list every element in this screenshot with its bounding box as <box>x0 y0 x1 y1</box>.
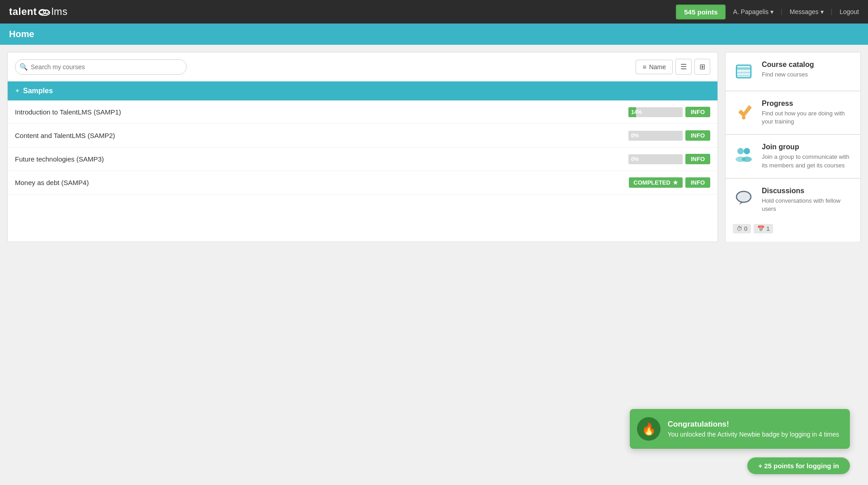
logo-talent: talent <box>9 6 37 18</box>
course-actions: 0% INFO <box>628 130 710 141</box>
clock-count: 0 <box>744 225 747 232</box>
info-button[interactable]: INFO <box>685 177 710 188</box>
info-button[interactable]: INFO <box>685 130 710 141</box>
congrats-text: Congratulations! You unlocked the Activi… <box>668 420 839 438</box>
discussions-title: Discussions <box>762 187 853 195</box>
points-toast: + 25 points for logging in <box>747 457 850 474</box>
catalog-title: Course catalog <box>762 61 814 69</box>
search-input-wrap: 🔍 <box>15 59 187 75</box>
logo-cloud-icon <box>38 8 51 16</box>
discussions-text: Discussions Hold conversations with fell… <box>762 187 853 213</box>
completed-badge: COMPLETED ★ <box>629 177 683 188</box>
svg-point-12 <box>742 157 752 162</box>
points-toast-label: + 25 points for logging in <box>758 462 839 470</box>
group-desc: Join a group to communicate with its mem… <box>762 153 853 169</box>
course-row[interactable]: Introduction to TalentLMS (SAMP1) 14% IN… <box>8 100 717 124</box>
points-button[interactable]: 545 points <box>676 5 726 19</box>
logo-lms: lms <box>52 6 68 18</box>
svg-rect-7 <box>736 75 751 76</box>
clock-badge: ⏱ 0 <box>733 224 751 233</box>
user-dropdown-icon: ▾ <box>770 8 774 15</box>
content-area: 🔍 ≡ Name ☰ ⊞ ✦ <box>7 52 718 242</box>
logo[interactable]: talent lms <box>9 6 67 18</box>
search-icon: 🔍 <box>19 63 28 71</box>
progress-bar: 14% <box>628 107 683 117</box>
course-name: Future technologies (SAMP3) <box>15 155 104 163</box>
completed-label: COMPLETED <box>633 179 670 186</box>
nav-right: 545 points A. Papagelis ▾ | Messages ▾ |… <box>676 5 859 19</box>
progress-icon <box>733 100 755 121</box>
search-bar: 🔍 ≡ Name ☰ ⊞ <box>8 52 717 81</box>
course-name: Content and TalentLMS (SAMP2) <box>15 132 115 139</box>
sidebar-catalog-card[interactable]: Course catalog Find new courses <box>725 52 861 91</box>
clock-icon: ⏱ <box>736 225 742 232</box>
list-icon: ☰ <box>680 63 687 71</box>
sidebar: Course catalog Find new courses Progress… <box>725 52 861 242</box>
catalog-desc: Find new courses <box>762 71 814 79</box>
group-text: Join group Join a group to communicate w… <box>762 143 853 169</box>
svg-rect-6 <box>736 72 751 73</box>
catalog-icon <box>733 61 755 82</box>
category-drag-icon: ✦ <box>15 88 19 94</box>
group-icon <box>733 143 755 165</box>
sort-name-label: Name <box>649 63 666 71</box>
discussion-badges: ⏱ 0 📅 1 <box>733 224 773 233</box>
congrats-banner: 🔥 Congratulations! You unlocked the Acti… <box>630 409 850 449</box>
progress-bar: 0% <box>628 154 683 164</box>
flame-icon: 🔥 <box>637 417 660 441</box>
progress-title: Progress <box>762 100 853 108</box>
calendar-count: 1 <box>766 225 769 232</box>
info-button[interactable]: INFO <box>685 107 710 117</box>
congrats-title: Congratulations! <box>668 420 839 429</box>
user-menu[interactable]: A. Papagelis ▾ <box>733 8 774 15</box>
nav-divider-1: | <box>781 8 783 15</box>
course-name: Introduction to TalentLMS (SAMP1) <box>15 108 121 116</box>
sort-name-button[interactable]: ≡ Name <box>636 60 673 74</box>
sidebar-discussions-card[interactable]: Discussions Hold conversations with fell… <box>725 178 861 242</box>
messages-label: Messages <box>790 8 819 15</box>
svg-point-8 <box>742 116 745 119</box>
logout-link[interactable]: Logout <box>840 8 859 15</box>
course-actions: 14% INFO <box>628 107 710 117</box>
course-name: Money as debt (SAMP4) <box>15 179 89 186</box>
group-title: Join group <box>762 143 853 151</box>
nav-divider-2: | <box>831 8 833 15</box>
grid-icon: ⊞ <box>699 63 705 71</box>
category-name: Samples <box>23 87 53 95</box>
category-header: ✦ Samples <box>8 81 717 100</box>
list-view-button[interactable]: ☰ <box>675 59 692 75</box>
course-row[interactable]: Content and TalentLMS (SAMP2) 0% INFO <box>8 124 717 147</box>
course-actions: COMPLETED ★ INFO <box>629 177 710 188</box>
courses-list: Introduction to TalentLMS (SAMP1) 14% IN… <box>8 100 717 195</box>
course-row[interactable]: Money as debt (SAMP4) COMPLETED ★ INFO <box>8 171 717 195</box>
completed-star-icon: ★ <box>673 179 678 186</box>
view-controls: ≡ Name ☰ ⊞ <box>636 59 710 75</box>
svg-point-9 <box>737 148 744 154</box>
sidebar-progress-card[interactable]: Progress Find out how you are doing with… <box>725 91 861 134</box>
svg-rect-5 <box>736 67 751 70</box>
grid-view-button[interactable]: ⊞ <box>694 59 710 75</box>
course-row[interactable]: Future technologies (SAMP3) 0% INFO <box>8 147 717 171</box>
progress-bar: 0% <box>628 131 683 141</box>
top-navigation: talent lms 545 points A. Papagelis ▾ | M… <box>0 0 868 24</box>
sidebar-group-card[interactable]: Join group Join a group to communicate w… <box>725 134 861 178</box>
progress-desc: Find out how you are doing with your tra… <box>762 109 853 126</box>
progress-text: Progress Find out how you are doing with… <box>762 100 853 126</box>
calendar-badge: 📅 1 <box>754 224 773 233</box>
progress-label: 0% <box>631 156 639 162</box>
congrats-message: You unlocked the Activity Newbie badge b… <box>668 431 839 438</box>
catalog-text: Course catalog Find new courses <box>762 61 814 79</box>
page-header: Home <box>0 24 868 45</box>
discussions-desc: Hold conversations with fellow users <box>762 197 853 213</box>
progress-label: 0% <box>631 133 639 139</box>
sort-stack-icon: ≡ <box>642 63 646 71</box>
info-button[interactable]: INFO <box>685 154 710 164</box>
course-actions: 0% INFO <box>628 154 710 164</box>
main-layout: 🔍 ≡ Name ☰ ⊞ ✦ <box>0 45 868 249</box>
messages-dropdown-icon: ▾ <box>821 8 824 15</box>
search-input[interactable] <box>15 59 187 75</box>
user-name: A. Papagelis <box>733 8 769 15</box>
discussions-icon <box>733 187 755 209</box>
page-title: Home <box>9 29 34 39</box>
messages-link[interactable]: Messages ▾ <box>790 8 824 15</box>
